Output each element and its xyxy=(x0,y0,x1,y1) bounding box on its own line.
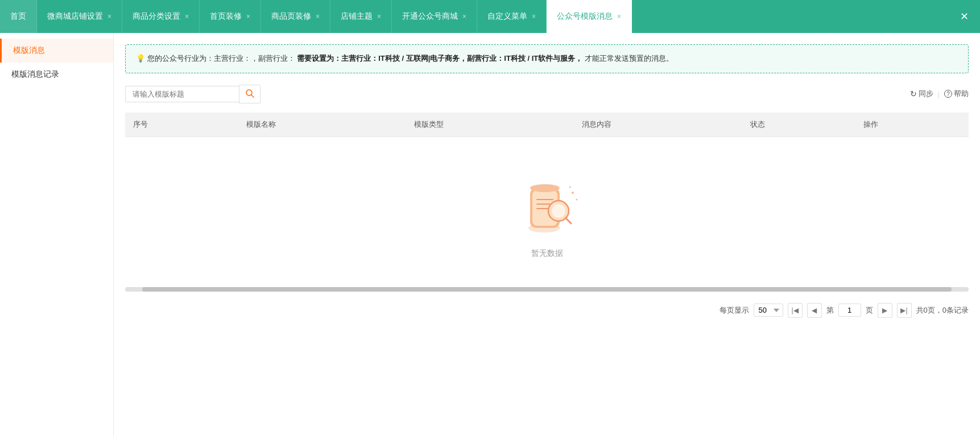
nav-tab-close-6[interactable]: × xyxy=(462,13,466,20)
first-page-button[interactable]: |◀ xyxy=(788,303,803,318)
help-label: 帮助 xyxy=(954,89,969,99)
svg-point-14 xyxy=(569,186,570,188)
search-button[interactable] xyxy=(239,85,260,103)
empty-row: 暂无数据 xyxy=(125,136,969,281)
svg-point-13 xyxy=(576,198,577,200)
nav-tab-8[interactable]: 公众号模版消息× xyxy=(547,0,632,33)
notice-highlight: 需要设置为：主营行业：IT科技 / 互联网|电子商务，副营行业：IT科技 / I… xyxy=(297,54,582,63)
page-label-pre: 第 xyxy=(826,305,834,315)
table-header-name: 模版名称 xyxy=(238,113,406,137)
notice-text-prefix: 您的公众号行业为：主营行业：，副营行业： xyxy=(147,54,295,63)
scrollbar-thumb[interactable] xyxy=(142,287,952,292)
table-header-content: 消息内容 xyxy=(574,113,742,137)
pagination: 每页显示 50 20 100 |◀ ◀ 第 页 ▶ ▶| 共0页，0条记录 xyxy=(125,297,969,323)
page-input[interactable] xyxy=(838,304,861,317)
content-area: 💡 您的公众号行业为：主营行业：，副营行业： 需要设置为：主营行业：IT科技 /… xyxy=(114,33,980,436)
page-label-post: 页 xyxy=(866,305,873,315)
nav-tab-close-1[interactable]: × xyxy=(107,13,111,20)
main-layout: 模版消息模版消息记录 💡 您的公众号行业为：主营行业：，副营行业： 需要设置为：… xyxy=(0,33,980,436)
sync-label: 同步 xyxy=(919,89,933,99)
nav-tab-close-8[interactable]: × xyxy=(617,13,621,20)
nav-tab-1[interactable]: 微商城店铺设置× xyxy=(37,0,122,33)
search-bar: ↻ 同步 | ? 帮助 xyxy=(125,85,969,103)
close-all-button[interactable]: ✕ xyxy=(949,10,980,23)
empty-state: 暂无数据 xyxy=(125,137,969,281)
nav-tab-close-7[interactable]: × xyxy=(532,13,536,20)
help-icon: ? xyxy=(944,90,952,98)
nav-tab-4[interactable]: 商品页装修× xyxy=(261,0,330,33)
sidebar-item-0[interactable]: 模版消息 xyxy=(0,39,113,63)
notice-icon: 💡 xyxy=(136,54,145,63)
next-page-button[interactable]: ▶ xyxy=(878,303,892,318)
nav-tab-0[interactable]: 首页 xyxy=(0,0,37,33)
page-size-label: 每页显示 xyxy=(720,305,749,315)
table-header-status: 状态 xyxy=(742,113,855,137)
last-page-button[interactable]: ▶| xyxy=(897,303,912,318)
nav-tab-close-5[interactable]: × xyxy=(377,13,381,20)
table-header-index: 序号 xyxy=(125,113,238,137)
svg-line-1 xyxy=(251,95,254,97)
page-size-select[interactable]: 50 20 100 xyxy=(754,304,783,317)
notice-text-suffix: 才能正常发送预置的消息。 xyxy=(585,54,673,63)
table-header-type: 模版类型 xyxy=(406,113,574,137)
data-table: 序号模版名称模版类型消息内容状态操作 xyxy=(125,113,969,281)
svg-line-11 xyxy=(565,218,571,223)
nav-tab-6[interactable]: 开通公众号商城× xyxy=(392,0,477,33)
table-header: 序号模版名称模版类型消息内容状态操作 xyxy=(125,113,969,137)
sidebar-item-1[interactable]: 模版消息记录 xyxy=(0,63,113,86)
search-icon xyxy=(245,89,254,98)
svg-point-10 xyxy=(552,204,565,218)
help-button[interactable]: ? 帮助 xyxy=(944,89,969,99)
empty-text: 暂无数据 xyxy=(531,248,563,259)
svg-point-12 xyxy=(572,192,574,194)
nav-tab-close-4[interactable]: × xyxy=(316,13,320,20)
search-right: ↻ 同步 | ? 帮助 xyxy=(910,89,969,99)
svg-point-5 xyxy=(530,184,560,192)
sidebar: 模版消息模版消息记录 xyxy=(0,33,114,436)
page-total: 共0页，0条记录 xyxy=(916,305,969,315)
nav-tab-close-3[interactable]: × xyxy=(246,13,250,20)
nav-tab-7[interactable]: 自定义菜单× xyxy=(477,0,547,33)
sync-button[interactable]: ↻ 同步 xyxy=(910,89,933,99)
nav-tab-3[interactable]: 首页装修× xyxy=(200,0,261,33)
table-header-action: 操作 xyxy=(855,113,969,137)
nav-tab-2[interactable]: 商品分类设置× xyxy=(122,0,200,33)
search-input[interactable] xyxy=(125,86,239,102)
search-left xyxy=(125,85,260,103)
prev-page-button[interactable]: ◀ xyxy=(807,303,822,318)
divider: | xyxy=(938,90,940,98)
scrollbar-track[interactable] xyxy=(125,287,969,292)
sync-icon: ↻ xyxy=(910,89,917,98)
nav-tab-close-2[interactable]: × xyxy=(185,13,189,20)
top-nav: 首页微商城店铺设置×商品分类设置×首页装修×商品页装修×店铺主题×开通公众号商城… xyxy=(0,0,980,33)
nav-tab-5[interactable]: 店铺主题× xyxy=(330,0,392,33)
empty-illustration xyxy=(513,171,581,239)
notice-box: 💡 您的公众号行业为：主营行业：，副营行业： 需要设置为：主营行业：IT科技 /… xyxy=(125,44,969,73)
